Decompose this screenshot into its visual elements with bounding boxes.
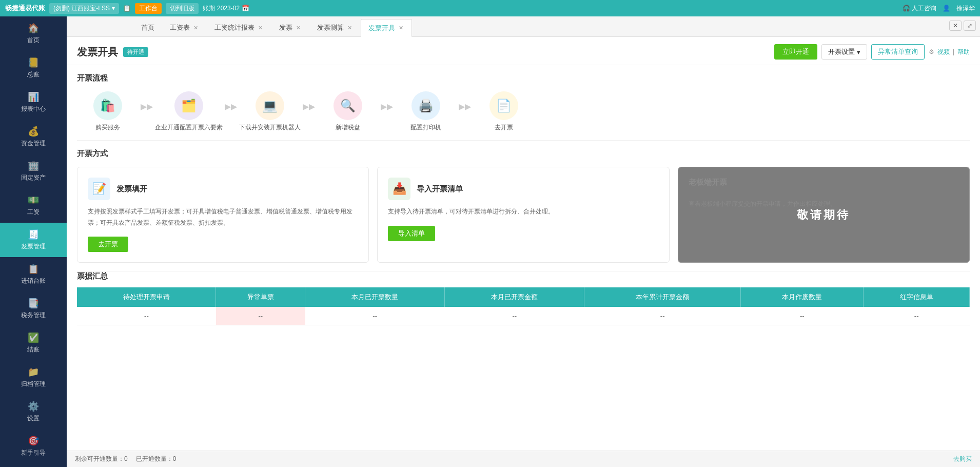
step-icon-printer: 🖨️ xyxy=(411,91,440,120)
methods-section: 开票方式 📝 发票填开 支持按照发票样式手工填写开发票；可开具增值税电子普通发票… xyxy=(67,141,980,271)
invoice-methods: 📝 发票填开 支持按照发票样式手工填写开发票；可开具增值税电子普通发票、增值税普… xyxy=(77,167,970,263)
tab-home[interactable]: 首页 xyxy=(133,18,162,36)
sidebar-item-assets[interactable]: 🏢 固定资产 xyxy=(0,154,67,188)
user-name[interactable]: 徐泽华 xyxy=(956,4,975,13)
step-label-config: 企业开通配置开票六要素 xyxy=(155,123,223,132)
restore-tabs-btn[interactable]: ⤢ xyxy=(964,21,976,31)
page-header: 发票开具 待开通 立即开通 开票设置 ▾ 异常清单查询 ⚙ 视频 | 帮助 xyxy=(67,37,980,65)
summary-title: 票据汇总 xyxy=(77,271,970,281)
col-header-red-info: 红字信息单 xyxy=(864,287,970,307)
company-name: (勿删) 江西服宝-LSS xyxy=(53,4,110,13)
step-arrow-4: ▶▶ xyxy=(381,102,393,111)
page-title: 发票开具 xyxy=(77,45,118,59)
tax-icon: 📑 xyxy=(28,298,39,309)
tab-salary-stats[interactable]: 工资统计报表 ✕ xyxy=(207,18,271,36)
close-icon[interactable]: ✕ xyxy=(295,24,302,31)
purchase-sales-icon: 📋 xyxy=(28,263,39,275)
sidebar-item-invoice[interactable]: 🧾 发票管理 xyxy=(0,223,67,257)
home-icon: 🏠 xyxy=(28,23,39,34)
sidebar-item-member[interactable]: 👑 畅会员 xyxy=(0,463,67,467)
finance-icon: 💰 xyxy=(28,126,39,137)
sidebar-item-guide[interactable]: 🎯 新手引导 xyxy=(0,429,67,463)
summary-table: 待处理开票申请 异常单票 本月已开票数量 本月已开票金额 本年累计开票金额 本月… xyxy=(77,287,970,325)
step-arrow-1: ▶▶ xyxy=(141,102,153,111)
page-actions: 立即开通 开票设置 ▾ 异常清单查询 ⚙ 视频 | 帮助 xyxy=(774,44,970,60)
sidebar-item-home[interactable]: 🏠 首页 xyxy=(0,16,67,51)
abnormal-query-btn[interactable]: 异常清单查询 xyxy=(871,44,925,60)
close-icon[interactable]: ✕ xyxy=(257,24,264,31)
method-desc-import: 支持导入待开票清单，可对待开票清单进行拆分、合并处理。 xyxy=(388,206,658,218)
sidebar-item-settings[interactable]: ⚙️ 设置 xyxy=(0,395,67,429)
sidebar-item-label: 结账 xyxy=(27,345,40,354)
method-btn-manual: 去开票 xyxy=(88,237,128,252)
sidebar-item-finance[interactable]: 💰 资金管理 xyxy=(0,120,67,154)
method-btn-import: 导入清单 xyxy=(388,226,435,241)
sidebar-item-archive[interactable]: 📁 归档管理 xyxy=(0,360,67,395)
close-icon[interactable]: ✕ xyxy=(397,25,404,32)
cell-abnormal: -- xyxy=(216,307,305,325)
sidebar-item-reports[interactable]: 📊 报表中心 xyxy=(0,85,67,120)
sidebar-item-tax[interactable]: 📑 税务管理 xyxy=(0,291,67,326)
tab-home-label: 首页 xyxy=(141,23,154,32)
help-divider: | xyxy=(953,48,954,55)
buy-link[interactable]: 去购买 xyxy=(953,455,972,463)
tab-invoice[interactable]: 发票 ✕ xyxy=(271,18,309,36)
tab-invoice-issue[interactable]: 发票开具 ✕ xyxy=(361,19,412,37)
docs-help-link[interactable]: 帮助 xyxy=(957,48,970,56)
open-settings-btn[interactable]: 开票设置 ▾ xyxy=(821,44,867,60)
method-card-import-header: 📥 导入开票清单 xyxy=(388,178,658,200)
remaining-quota: 剩余可开通数量：0 xyxy=(75,455,128,463)
method-icon-manual: 📝 xyxy=(88,178,110,200)
cell-pending: -- xyxy=(77,307,216,325)
tab-invoice-calc[interactable]: 发票测算 ✕ xyxy=(309,18,361,36)
invoice-icon: 🧾 xyxy=(28,229,39,240)
cell-red-info: -- xyxy=(864,307,970,325)
sidebar-item-label: 归档管理 xyxy=(21,380,46,388)
method-title-import: 导入开票清单 xyxy=(417,184,463,194)
sidebar-item-purchase-sales[interactable]: 📋 进销台账 xyxy=(0,257,67,291)
sidebar-item-salary[interactable]: 💵 工资 xyxy=(0,188,67,223)
sidebar-item-close[interactable]: ✅ 结账 xyxy=(0,326,67,360)
tab-salary[interactable]: 工资表 ✕ xyxy=(162,18,207,36)
sidebar-item-label: 固定资产 xyxy=(21,173,46,182)
calendar-icon[interactable]: 📅 xyxy=(242,5,249,12)
import-list-btn[interactable]: 导入清单 xyxy=(388,226,435,241)
process-step-1: 🛍️ 购买服务 xyxy=(77,91,139,132)
video-help-link[interactable]: 视频 xyxy=(937,48,950,56)
step-arrow-5: ▶▶ xyxy=(459,102,471,111)
service-label[interactable]: 🎧 人工咨询 xyxy=(903,4,936,13)
period-label: 账期 xyxy=(203,4,215,13)
immediate-open-btn[interactable]: 立即开通 xyxy=(774,44,817,60)
sidebar-item-label: 税务管理 xyxy=(21,311,46,320)
go-issue-btn[interactable]: 去开票 xyxy=(88,237,128,252)
sidebar-item-label: 工资 xyxy=(27,208,40,217)
sidebar-item-label: 新手引导 xyxy=(21,449,46,457)
close-all-tabs-btn[interactable]: ✕ xyxy=(949,21,962,31)
switch-old-btn[interactable]: 切到旧版 xyxy=(166,3,199,14)
process-step-3: 💻 下载并安装开票机器人 xyxy=(239,91,301,132)
guide-icon: 🎯 xyxy=(28,435,39,446)
copy-icon[interactable]: 📋 xyxy=(123,5,131,12)
sidebar: 🏠 首页 📒 总账 📊 报表中心 💰 资金管理 🏢 固定资产 💵 工资 🧾 发票… xyxy=(0,16,67,467)
step-arrow-2: ▶▶ xyxy=(225,102,237,111)
workspace-btn[interactable]: 工作台 xyxy=(135,3,162,14)
status-badge: 待开通 xyxy=(123,47,148,57)
company-selector[interactable]: (勿删) 江西服宝-LSS ▾ xyxy=(49,3,119,14)
step-icon-config: 🗂️ xyxy=(174,91,203,120)
tab-invoice-issue-label: 发票开具 xyxy=(368,24,395,33)
sidebar-item-label: 资金管理 xyxy=(21,139,46,148)
tab-controls: ✕ ⤢ xyxy=(949,21,976,31)
close-period-icon: ✅ xyxy=(28,332,39,343)
assets-icon: 🏢 xyxy=(28,160,39,171)
close-icon[interactable]: ✕ xyxy=(192,24,199,31)
step-arrow-3: ▶▶ xyxy=(303,102,315,111)
close-icon[interactable]: ✕ xyxy=(346,24,353,31)
step-label-download: 下载并安装开票机器人 xyxy=(239,123,301,132)
method-card-manual-header: 📝 发票填开 xyxy=(88,178,358,200)
nav-tabs: 首页 工资表 ✕ 工资统计报表 ✕ 发票 ✕ 发票测算 ✕ 发票开具 ✕ xyxy=(67,16,980,37)
chevron-down-icon: ▾ xyxy=(112,5,115,12)
process-step-2: 🗂️ 企业开通配置开票六要素 xyxy=(155,91,223,132)
sidebar-item-ledger[interactable]: 📒 总账 xyxy=(0,51,67,85)
step-label-taxdisk: 新增税盘 xyxy=(336,123,360,132)
cell-year-amt: -- xyxy=(584,307,741,325)
